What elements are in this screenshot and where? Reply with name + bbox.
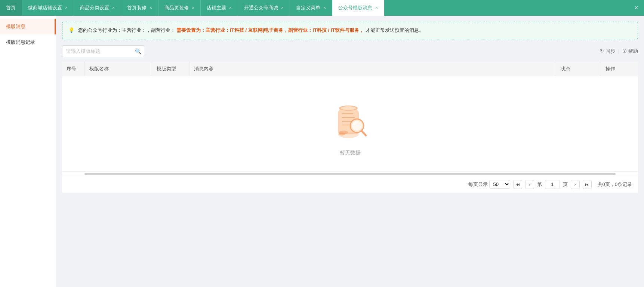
col-status: 状态 xyxy=(556,62,601,76)
main-layout: 模版消息 模版消息记录 💡 您的公众号行业为：主营行业：，副营行业： 需要设置为… xyxy=(0,16,644,287)
pagination-bar: 每页显示 50 20 100 ⏮ ‹ 第 页 › ⏭ 共0页，0条记录 xyxy=(62,176,638,193)
empty-text: 暂无数据 xyxy=(340,150,361,156)
tab-home-decor[interactable]: 首页装修 × xyxy=(121,0,158,16)
close-all-tabs[interactable]: × xyxy=(629,0,644,16)
close-tab-custom-menu[interactable]: × xyxy=(323,5,326,10)
close-tab-store-theme[interactable]: × xyxy=(229,5,232,10)
col-index: 序号 xyxy=(62,62,84,76)
page-total: 共0页，0条记录 xyxy=(598,181,632,188)
svg-point-12 xyxy=(353,122,356,125)
prev-page-button[interactable]: ‹ xyxy=(525,180,534,189)
tab-store-theme[interactable]: 店铺主题 × xyxy=(201,0,238,16)
tab-category-settings[interactable]: 商品分类设置 × xyxy=(74,0,121,16)
tab-bar: 首页 微商城店铺设置 × 商品分类设置 × 首页装修 × 商品页装修 × 店铺主… xyxy=(0,0,644,16)
col-type: 模版类型 xyxy=(152,62,189,76)
content-area: 💡 您的公众号行业为：主营行业：，副营行业： 需要设置为：主营行业：IT科技 /… xyxy=(56,16,644,287)
sync-button[interactable]: ↻ 同步 xyxy=(600,48,615,55)
close-tab-category-settings[interactable]: × xyxy=(112,5,115,10)
search-bar: 🔍 ↻ 同步 | ⑦ 帮助 xyxy=(62,45,638,57)
first-page-button[interactable]: ⏮ xyxy=(513,180,522,189)
svg-point-14 xyxy=(339,132,345,135)
close-tab-open-mall[interactable]: × xyxy=(281,5,284,10)
page-size-dropdown[interactable]: 50 20 100 xyxy=(489,180,510,189)
notice-icon: 💡 xyxy=(68,27,74,33)
svg-point-10 xyxy=(352,121,362,131)
data-table-wrapper: 序号 模版名称 模版类型 消息内容 状态 xyxy=(62,62,638,193)
sync-icon: ↻ xyxy=(600,48,604,54)
tab-open-mall[interactable]: 开通公众号商城 × xyxy=(238,0,290,16)
close-tab-product-decor[interactable]: × xyxy=(192,5,194,10)
tab-shop-settings[interactable]: 微商城店铺设置 × xyxy=(22,0,74,16)
notice-text-prefix: 您的公众号行业为：主营行业：，副营行业： xyxy=(78,27,175,33)
close-tab-home-decor[interactable]: × xyxy=(150,5,152,10)
empty-state: 暂无数据 xyxy=(62,76,638,171)
help-button[interactable]: ⑦ 帮助 xyxy=(622,48,638,55)
horizontal-scrollbar[interactable] xyxy=(62,171,638,176)
last-page-button[interactable]: ⏭ xyxy=(583,180,592,189)
search-input[interactable] xyxy=(62,45,144,57)
notice-highlight: 需要设置为：主营行业：IT科技 / 互联网|电子商务，副营行业：IT科技 / I… xyxy=(176,27,364,33)
empty-state-row: 暂无数据 xyxy=(62,76,638,171)
divider: | xyxy=(618,48,619,54)
tab-template-msg[interactable]: 公众号模版消息 × xyxy=(332,0,384,16)
tab-product-decor[interactable]: 商品页装修 × xyxy=(158,0,201,16)
next-page-button[interactable]: › xyxy=(571,180,580,189)
search-icon[interactable]: 🔍 xyxy=(135,48,141,54)
sidebar-item-template-msg[interactable]: 模版消息 xyxy=(0,19,56,34)
page-number-input[interactable] xyxy=(545,180,560,189)
sidebar: 模版消息 模版消息记录 xyxy=(0,16,56,287)
tab-custom-menu[interactable]: 自定义菜单 × xyxy=(290,0,332,16)
col-content: 消息内容 xyxy=(189,62,556,76)
notice-banner: 💡 您的公众号行业为：主营行业：，副营行业： 需要设置为：主营行业：IT科技 /… xyxy=(62,22,638,39)
page-size-select: 每页显示 50 20 100 xyxy=(468,180,510,189)
data-table: 序号 模版名称 模版类型 消息内容 状态 xyxy=(62,62,638,171)
close-tab-template-msg[interactable]: × xyxy=(375,5,378,10)
scrollbar-track xyxy=(84,173,616,175)
empty-illustration xyxy=(328,99,373,144)
col-name: 模版名称 xyxy=(84,62,152,76)
sidebar-item-template-msg-log[interactable]: 模版消息记录 xyxy=(0,34,56,50)
tab-home[interactable]: 首页 xyxy=(0,0,22,16)
table-header-row: 序号 模版名称 模版类型 消息内容 状态 xyxy=(62,62,638,76)
search-actions: ↻ 同步 | ⑦ 帮助 xyxy=(600,48,638,55)
col-action: 操作 xyxy=(601,62,638,76)
close-tab-shop-settings[interactable]: × xyxy=(65,5,68,10)
svg-point-4 xyxy=(341,106,356,110)
search-input-wrap: 🔍 xyxy=(62,45,144,57)
svg-line-11 xyxy=(361,131,366,135)
notice-text-suffix: 才能正常发送预置的消息。 xyxy=(366,27,424,33)
help-icon: ⑦ xyxy=(622,48,627,54)
